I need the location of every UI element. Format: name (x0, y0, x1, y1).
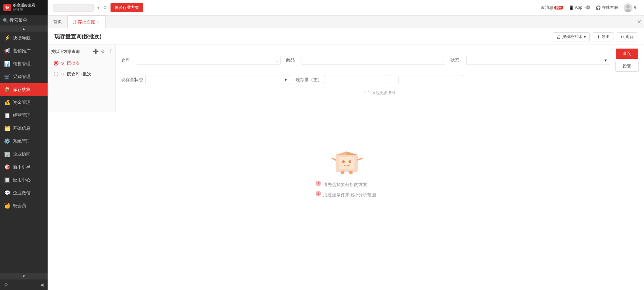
main-area: ▾ ⚙ 体验行业方案 ✉ 消息 99+ 📱 App下载 🎧 在线客服 (48, 0, 644, 290)
filter-row-2: 现存量状态 ▾ 现存量（主） — (121, 75, 639, 84)
svg-line-11 (332, 158, 336, 160)
tab-inventory-batch[interactable]: 库存批次账 ✕ (68, 16, 106, 28)
status-select[interactable]: ▾ (466, 56, 610, 65)
inventory-qty-max[interactable] (399, 75, 464, 84)
close-panel-icon[interactable]: ✕ (637, 19, 641, 25)
message-icon: ✉ (541, 5, 544, 10)
collapse-up-icon: ⌃⌃ (363, 91, 370, 95)
status-dropdown-icon: ▾ (605, 58, 607, 63)
warehouse-label: 仓库 (121, 57, 135, 63)
sidebar-scroll-up[interactable]: ▲ (0, 26, 48, 32)
refresh-button[interactable]: ↻ 刷新 (617, 32, 637, 41)
sidebar-search-menu[interactable]: 🔍 搜索菜单 (0, 15, 48, 26)
user-avatar (624, 3, 632, 12)
collapse-scheme-icon[interactable]: 《 (107, 49, 112, 55)
product-input[interactable] (302, 56, 445, 65)
product-dots[interactable]: … (439, 58, 443, 62)
sidebar-item-guide[interactable]: 🎯 新手引导 (0, 161, 48, 174)
warehouse-input[interactable] (137, 56, 281, 65)
experience-button[interactable]: 体验行业方案 (111, 3, 143, 12)
svg-rect-9 (341, 171, 344, 174)
settings-scheme-icon[interactable]: ⚙ (101, 49, 105, 55)
product-label: 商品 (286, 57, 300, 63)
page-title: 现存量查询(按批次) (54, 33, 102, 40)
print-button[interactable]: 🖨 按模板打印 ▾ (553, 32, 590, 41)
filter-option-warehouse-batch[interactable]: ⊙ 按仓库+批次 (51, 69, 112, 79)
sidebar-scroll-down[interactable]: ▼ (0, 273, 48, 279)
user-profile[interactable]: Rit (624, 3, 639, 12)
member-icon: 👑 (4, 203, 10, 209)
app-download-action[interactable]: 📱 App下载 (569, 5, 590, 11)
enterprise-icon: 🏢 (4, 151, 10, 157)
collapse-more-button[interactable]: ⌃⌃ 收起更多条件 (121, 88, 639, 98)
printer-icon: 🖨 (557, 35, 561, 39)
sidebar-header: 畅 畅康通好生意 标准版 (0, 0, 48, 15)
sidebar-item-quick-nav[interactable]: ⚡ 快捷导航 (0, 32, 48, 44)
inventory-status-field: 现存量状态 ▾ (121, 75, 290, 84)
batch-icon: ⊙ (61, 61, 64, 66)
export-icon: ⬆ (597, 35, 600, 39)
empty-illustration (329, 140, 363, 174)
radio-warehouse-batch (54, 72, 58, 76)
finance-icon: 💰 (4, 99, 10, 106)
sales-icon: 📊 (4, 61, 10, 67)
phone-icon: 📱 (569, 5, 574, 10)
settings-button[interactable]: 设置 (615, 61, 639, 72)
export-button[interactable]: ⬆ 导出 (593, 32, 613, 41)
filter-option-batch[interactable]: ⊙ 按批次 (51, 58, 112, 68)
sidebar-item-finance[interactable]: 💰 资金管理 (0, 96, 48, 109)
sidebar-item-basic[interactable]: 🗂️ 基础信息 (0, 122, 48, 135)
service-icon: 🎧 (596, 5, 601, 10)
sidebar-item-enterprise[interactable]: 🏢 企业协同 (0, 148, 48, 161)
inventory-icon: 📦 (4, 87, 10, 93)
filter-scheme-panel: 按以下方案查询 ➕ ⚙ 《 ⊙ 按批次 ⊙ (48, 44, 116, 112)
warehouse-field: 仓库 … (121, 56, 281, 65)
svg-point-1 (626, 5, 630, 8)
settings-icon[interactable]: ⚙ (4, 282, 8, 287)
svg-rect-6 (339, 157, 354, 169)
add-scheme-icon[interactable]: ➕ (93, 49, 99, 55)
sidebar-item-appstore[interactable]: 🔲 应用中心 (0, 174, 48, 186)
tab-close-icon[interactable]: ✕ (97, 20, 100, 24)
inventory-status-label: 现存量状态 (121, 77, 143, 83)
appstore-icon: 🔲 (4, 177, 10, 183)
sidebar-item-sales[interactable]: 📊 销售管理 (0, 57, 48, 70)
online-service-action[interactable]: 🎧 在线客服 (596, 5, 618, 11)
sidebar-item-operations[interactable]: 📋 经营管理 (0, 109, 48, 122)
user-name: Rit (633, 5, 639, 10)
filter-panel: 按以下方案查询 ➕ ⚙ 《 ⊙ 按批次 ⊙ (48, 44, 644, 112)
sidebar-footer: ⚙ ◀ (0, 279, 48, 290)
dropdown-icon[interactable]: ▾ (97, 5, 100, 10)
tab-bar: 首页 库存批次账 ✕ ✕ (48, 16, 644, 28)
marketing-icon: 📢 (4, 48, 10, 54)
svg-rect-10 (349, 171, 353, 174)
inventory-qty-label: 现存量（主） (295, 77, 322, 83)
app-version: 标准版 (13, 7, 35, 12)
top-header: ▾ ⚙ 体验行业方案 ✉ 消息 99+ 📱 App下载 🎧 在线客服 (48, 0, 644, 16)
search-icon: 🔍 (3, 18, 8, 23)
radio-batch (54, 61, 58, 66)
messages-action[interactable]: ✉ 消息 99+ (541, 5, 563, 11)
settings-header-icon[interactable]: ⚙ (103, 5, 107, 10)
collapse-sidebar-icon[interactable]: ◀ (40, 282, 44, 287)
sidebar-item-system[interactable]: ⚙️ 系统管理 (0, 135, 48, 148)
query-button[interactable]: 查询 (616, 49, 638, 59)
quick-nav-icon: ⚡ (4, 35, 10, 41)
sidebar-item-member[interactable]: 👑 畅会员 (0, 199, 48, 212)
status-field: 状态 ▾ (451, 56, 610, 65)
sidebar-item-marketing[interactable]: 📢 营销推广 (0, 44, 48, 57)
sidebar-item-purchase[interactable]: 🛒 采购管理 (0, 70, 48, 83)
filter-right-panel: 仓库 … 商品 … 状态 (116, 44, 644, 112)
inventory-status-dropdown-icon: ▾ (285, 77, 287, 82)
sidebar-item-inventory[interactable]: 📦 库存核算 (0, 83, 48, 96)
inventory-status-select[interactable]: ▾ (145, 75, 290, 84)
warehouse-batch-icon: ⊙ (61, 72, 64, 76)
search-input[interactable] (53, 4, 94, 12)
svg-marker-4 (336, 151, 346, 155)
warehouse-dots[interactable]: … (274, 58, 278, 62)
refresh-icon: ↻ (621, 35, 624, 39)
inventory-qty-min[interactable] (324, 75, 390, 84)
sidebar-item-wechat[interactable]: 💬 企业微信 (0, 186, 48, 199)
tab-home[interactable]: 首页 (48, 16, 68, 28)
status-label: 状态 (451, 57, 464, 63)
